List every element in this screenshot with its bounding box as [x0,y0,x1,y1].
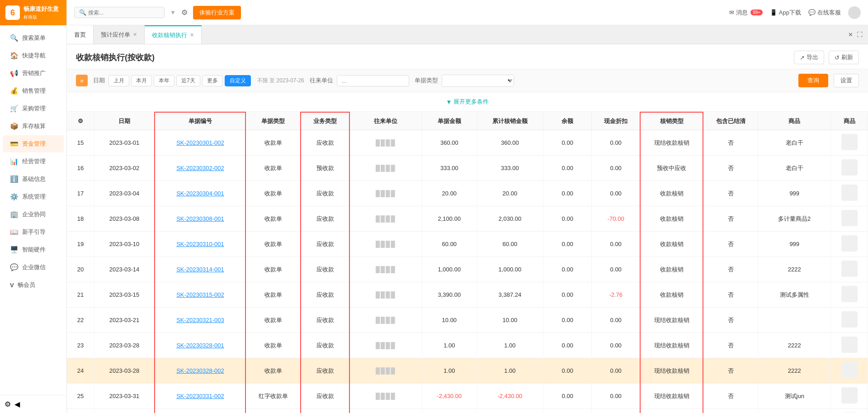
service-btn[interactable]: 💬 在线客服 [808,9,841,17]
cell-amount: 1,000.00 [422,257,477,282]
table-row[interactable]: 21 2023-03-15 SK-20230315-002 收款单 应收款 ██… [67,282,868,308]
sidebar-item-wechat[interactable]: 💬 企业微信 [3,259,64,276]
prev-month-btn[interactable]: 上月 [108,75,129,86]
this-month-btn[interactable]: 本月 [131,75,152,86]
more-date-btn[interactable]: 更多 [202,75,223,86]
table-row[interactable]: 19 2023-03-10 SK-20230310-001 收款单 应收款 ██… [67,232,868,257]
table-row[interactable]: 25 2023-03-31 SK-20230331-002 红字收款单 应收款 … [67,384,868,409]
tab-collect[interactable]: 收款核销执行 ✕ [145,25,202,44]
page-header: 收款核销执行(按收款) ↗ 导出 ↺ 刷新 [67,44,868,69]
7days-btn[interactable]: 近7天 [176,75,200,86]
home-icon: 🏠 [10,52,19,60]
setting-button[interactable]: 设置 [834,74,859,87]
sidebar-item-finance[interactable]: 💳 资金管理 [3,135,64,152]
cell-doc-no[interactable]: SK-20230328-002 [155,358,245,384]
this-year-btn[interactable]: 本年 [154,75,175,86]
sidebar-item-hardware[interactable]: 🖥️ 智能硬件 [3,241,64,258]
th-balance[interactable]: 余额 [543,112,592,130]
tab-presettle[interactable]: 预计应付单 ✕ [94,25,145,44]
th-discount[interactable]: 现金折扣 [592,112,640,130]
header-search-input[interactable] [88,9,160,16]
sidebar-item-inventory[interactable]: 📦 库存核算 [3,118,64,135]
cell-doc-no[interactable]: SK-20230315-002 [155,282,245,308]
th-doc-no[interactable]: 单据编号 [155,112,245,130]
sidebar-label-wechat: 企业微信 [22,263,46,271]
collapse-icon[interactable]: ◀ [14,400,20,408]
th-unit[interactable]: 往来单位 [349,112,422,130]
refresh-button[interactable]: ↺ 刷新 [829,51,859,64]
cell-biz-type: 应收款 [301,282,349,308]
solution-button[interactable]: 体验行业方案 [193,6,241,19]
th-goods-img[interactable]: 商品 [831,112,868,130]
table-row[interactable]: 26 2023-04-03 SK-20230403-002 收款单 预收款 ██… [67,409,868,413]
table-row[interactable]: 24 2023-03-28 SK-20230328-002 收款单 应收款 ██… [67,358,868,384]
sidebar-item-basic[interactable]: ℹ️ 基础信息 [3,171,64,188]
cell-doc-no[interactable]: SK-20230403-002 [155,409,245,413]
cell-doc-no[interactable]: SK-20230314-001 [155,257,245,282]
cell-cumulative: 20.00 [476,409,543,413]
cell-doc-no[interactable]: SK-20230304-001 [155,181,245,206]
expand-icon: ▼ [446,99,452,105]
th-cumulative[interactable]: 累计核销金额 [476,112,543,130]
th-include-settled[interactable]: 包含已结清 [703,112,758,130]
cell-doc-no[interactable]: SK-20230331-002 [155,384,245,409]
table-row[interactable]: 20 2023-03-14 SK-20230314-001 收款单 应收款 ██… [67,257,868,282]
sidebar-item-operation[interactable]: 📊 经营管理 [3,153,64,170]
table-row[interactable]: 17 2023-03-04 SK-20230304-001 收款单 应收款 ██… [67,181,868,206]
wechat-icon: 💬 [10,263,19,271]
sidebar-item-quick[interactable]: 🏠 快捷导航 [3,47,64,64]
custom-date-btn[interactable]: 自定义 [225,75,251,86]
app-download-btn[interactable]: 📱 App下载 [770,9,801,17]
dropdown-arrow-icon[interactable]: ▼ [170,9,176,16]
user-avatar[interactable] [848,6,861,19]
tab-home[interactable]: 首页 [67,25,94,44]
header-search-box[interactable]: 🔍 [74,7,165,18]
query-button[interactable]: 查询 [798,74,828,87]
table-row[interactable]: 18 2023-03-08 SK-20230308-001 收款单 应收款 ██… [67,206,868,232]
th-index[interactable]: ⚙ [67,112,94,130]
cell-balance: 0.00 [543,333,592,358]
cell-doc-no[interactable]: SK-20230301-002 [155,130,245,156]
th-amount[interactable]: 单据金额 [422,112,477,130]
sidebar-item-corp[interactable]: 🏢 企业协同 [3,206,64,223]
cell-date: 2023-03-02 [94,156,155,181]
sidebar-label-member: 畅会员 [18,281,35,289]
cell-doc-no[interactable]: SK-20230328-001 [155,333,245,358]
th-goods[interactable]: 商品 [758,112,831,130]
sidebar-item-member[interactable]: V 畅会员 [3,276,64,294]
cell-doc-no[interactable]: SK-20230302-002 [155,156,245,181]
th-biz-type[interactable]: 业务类型 [301,112,349,130]
cell-cancel-type: 收款核销 [640,232,703,257]
sidebar-item-guide[interactable]: 📖 新手引导 [3,223,64,241]
table-row[interactable]: 16 2023-03-02 SK-20230302-002 收款单 预收款 ██… [67,156,868,181]
export-button[interactable]: ↗ 导出 [794,51,824,64]
table-row[interactable]: 22 2023-03-21 SK-20230321-003 收款单 应收款 ██… [67,308,868,333]
settings-icon[interactable]: ⚙ [5,400,11,408]
collect-tab-close[interactable]: ✕ [190,32,194,38]
message-btn[interactable]: ✉ 消息 99+ [729,9,763,17]
sidebar-item-sales[interactable]: 💰 销售管理 [3,82,64,100]
cell-doc-no[interactable]: SK-20230321-003 [155,308,245,333]
cell-date: 2023-03-28 [94,358,155,384]
th-date[interactable]: 日期 [94,112,155,130]
cell-amount: 1.00 [422,358,477,384]
th-cancel-type[interactable]: 核销类型 [640,112,703,130]
table-row[interactable]: 15 2023-03-01 SK-20230301-002 收款单 应收款 ██… [67,130,868,156]
sidebar-item-search[interactable]: 🔍 搜索菜单 [3,29,64,47]
table-row[interactable]: 23 2023-03-28 SK-20230328-001 收款单 应收款 ██… [67,333,868,358]
tab-close-all-icon[interactable]: ✕ [848,31,853,38]
sidebar-item-purchase[interactable]: 🛒 采购管理 [3,100,64,117]
gear-icon[interactable]: ⚙ [181,8,188,17]
type-filter-select[interactable] [442,75,514,87]
tab-expand-icon[interactable]: ⛶ [857,31,863,38]
cell-doc-no[interactable]: SK-20230310-001 [155,232,245,257]
th-doc-type[interactable]: 单据类型 [245,112,301,130]
unit-filter-input[interactable] [337,75,409,86]
presettle-tab-close[interactable]: ✕ [133,32,137,38]
cell-doc-no[interactable]: SK-20230308-001 [155,206,245,232]
cell-balance: 0.00 [543,232,592,257]
sidebar-item-system[interactable]: ⚙️ 系统管理 [3,188,64,205]
sidebar-item-marketing[interactable]: 📢 营销推广 [3,65,64,82]
filter-toggle-btn[interactable]: » [76,75,88,86]
expand-more-btn[interactable]: ▼ 展开更多条件 [441,96,495,108]
